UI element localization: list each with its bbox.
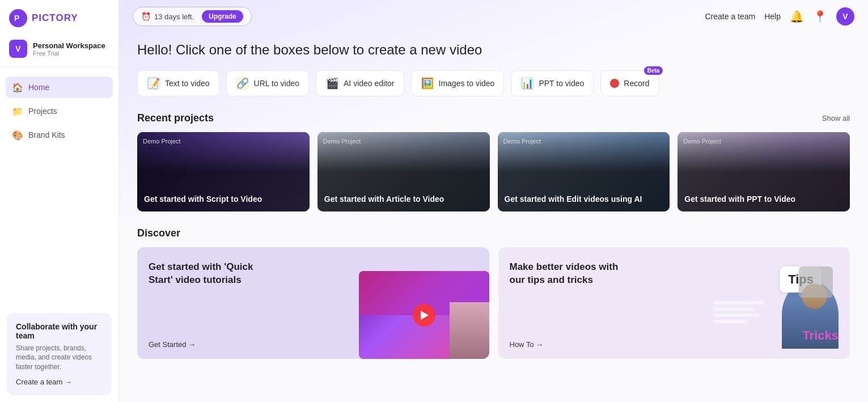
record-button[interactable]: Record Beta: [600, 70, 659, 96]
workspace-section[interactable]: V Personal Workspace Free Trial: [0, 34, 118, 67]
page-title: Hello! Click one of the boxes below to c…: [137, 42, 850, 58]
sidebar-item-home-label: Home: [28, 83, 49, 92]
workspace-info: Personal Workspace Free Trial: [33, 41, 105, 57]
ppt-to-video-label: PPT to video: [539, 79, 584, 88]
topbar: ⏰ 13 days left. Upgrade Create a team He…: [119, 0, 868, 26]
card-title-2: Get started with Article to Video: [324, 194, 483, 205]
logo-text: PICTORY: [32, 12, 78, 24]
url-to-video-button[interactable]: 🔗 URL to video: [226, 70, 309, 96]
url-to-video-icon: 🔗: [236, 77, 249, 90]
collaborate-description: Share projects, brands, media, and creat…: [16, 344, 103, 372]
ppt-to-video-icon: 📊: [520, 77, 534, 90]
help-button[interactable]: Help: [764, 12, 781, 21]
collaborate-section: Collaborate with your team Share project…: [7, 313, 112, 395]
location-icon[interactable]: 📍: [813, 10, 827, 23]
brand-kits-icon: 🎨: [12, 130, 23, 140]
video-thumbnail: [359, 271, 489, 359]
record-label: Record: [624, 79, 649, 88]
workspace-avatar: V: [9, 40, 27, 58]
trial-days-text: 13 days left.: [154, 12, 194, 21]
workspace-name: Personal Workspace: [33, 41, 105, 50]
images-to-video-icon: 🖼️: [421, 77, 434, 90]
creation-tools: 📝 Text to video 🔗 URL to video 🎬 AI vide…: [137, 70, 850, 96]
table-row[interactable]: Demo Project Get started with Article to…: [317, 132, 490, 211]
text-to-video-button[interactable]: 📝 Text to video: [137, 70, 219, 96]
user-avatar[interactable]: V: [836, 7, 854, 26]
ppt-to-video-button[interactable]: 📊 PPT to video: [511, 70, 594, 96]
create-team-button[interactable]: Create a team: [705, 12, 755, 21]
discover-card-tips[interactable]: Make better videos with our tips and tri…: [498, 247, 850, 359]
ai-video-editor-icon: 🎬: [325, 77, 339, 90]
tips-thumbnail: Tips Tricks: [714, 261, 839, 349]
table-row[interactable]: Demo Project Get started with Edit video…: [498, 132, 670, 211]
vid-thumb: [359, 271, 489, 359]
home-icon: 🏠: [12, 82, 23, 92]
ai-video-editor-label: AI video editor: [344, 79, 395, 88]
discover-title: Discover: [137, 227, 180, 239]
how-to-link[interactable]: How To →: [510, 340, 629, 349]
card-tag-1: Demo Project: [143, 138, 181, 145]
card-tag-3: Demo Project: [503, 138, 541, 145]
url-to-video-label: URL to video: [254, 79, 299, 88]
recent-projects-title: Recent projects: [137, 112, 214, 124]
tips-gray-box: [799, 266, 833, 298]
sidebar-item-home[interactable]: 🏠 Home: [6, 77, 113, 98]
recent-projects-header: Recent projects Show all: [137, 112, 850, 124]
card-tag-4: Demo Project: [683, 138, 721, 145]
clock-icon: ⏰: [141, 12, 151, 21]
collaborate-title: Collaborate with your team: [16, 322, 103, 340]
text-to-video-label: Text to video: [165, 79, 210, 88]
beta-badge: Beta: [644, 66, 663, 75]
show-all-link[interactable]: Show all: [822, 114, 850, 122]
upgrade-button[interactable]: Upgrade: [202, 10, 243, 23]
tips-lines: [714, 301, 770, 326]
images-to-video-label: Images to video: [439, 79, 495, 88]
workspace-plan: Free Trial: [33, 50, 105, 57]
tricks-text: Tricks: [802, 328, 839, 343]
topbar-right: Create a team Help 🔔 📍 V: [705, 7, 854, 26]
main-content: ⏰ 13 days left. Upgrade Create a team He…: [119, 0, 868, 402]
discover-card-tutorials[interactable]: Get started with 'Quick Start' video tut…: [137, 247, 489, 359]
discover-header: Discover: [137, 227, 850, 239]
discover-card-left-1: Get started with 'Quick Start' video tut…: [149, 261, 268, 349]
create-team-link[interactable]: Create a team →: [16, 378, 103, 386]
content-area: Hello! Click one of the boxes below to c…: [119, 26, 868, 402]
svg-text:P: P: [14, 14, 19, 23]
logo[interactable]: P PICTORY: [0, 0, 118, 34]
project-grid: Demo Project Get started with Script to …: [137, 132, 850, 211]
trial-badge: ⏰ 13 days left. Upgrade: [133, 7, 252, 26]
discover-grid: Get started with 'Quick Start' video tut…: [137, 247, 850, 359]
projects-icon: 📁: [12, 106, 23, 116]
sidebar-item-brand-kits-label: Brand Kits: [28, 130, 65, 139]
discover-card-title-1: Get started with 'Quick Start' video tut…: [149, 261, 268, 287]
ai-video-editor-button[interactable]: 🎬 AI video editor: [316, 70, 404, 96]
nav-section: 🏠 Home 📁 Projects 🎨 Brand Kits: [0, 67, 118, 306]
card-tag-2: Demo Project: [323, 138, 361, 145]
record-icon: [610, 79, 619, 88]
card-title-4: Get started with PPT to Video: [684, 194, 843, 205]
table-row[interactable]: Demo Project Get started with PPT to Vid…: [678, 132, 850, 211]
card-title-3: Get started with Edit videos using AI: [505, 194, 663, 205]
get-started-link[interactable]: Get Started →: [149, 340, 268, 349]
sidebar: P PICTORY V Personal Workspace Free Tria…: [0, 0, 119, 402]
discover-card-title-2: Make better videos with our tips and tri…: [510, 261, 629, 287]
play-button[interactable]: [413, 304, 435, 327]
images-to-video-button[interactable]: 🖼️ Images to video: [411, 70, 505, 96]
sidebar-item-brand-kits[interactable]: 🎨 Brand Kits: [6, 124, 113, 146]
table-row[interactable]: Demo Project Get started with Script to …: [137, 132, 310, 211]
text-to-video-icon: 📝: [147, 77, 160, 90]
sidebar-item-projects[interactable]: 📁 Projects: [6, 100, 113, 122]
sidebar-item-projects-label: Projects: [28, 107, 57, 116]
notifications-icon[interactable]: 🔔: [790, 10, 804, 23]
card-title-1: Get started with Script to Video: [144, 194, 303, 205]
discover-card-left-2: Make better videos with our tips and tri…: [510, 261, 629, 349]
pictory-logo-icon: P: [9, 9, 27, 27]
